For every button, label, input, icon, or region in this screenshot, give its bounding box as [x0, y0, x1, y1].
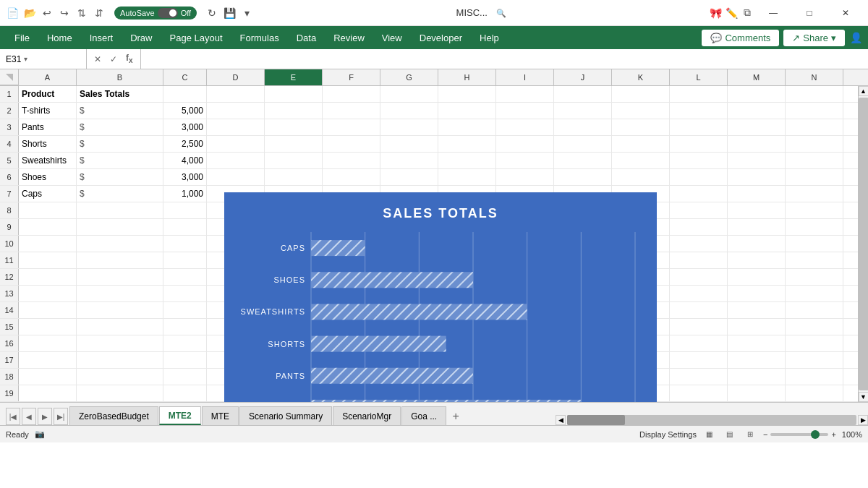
col-header-c[interactable]: C: [163, 69, 207, 85]
menu-draw[interactable]: Draw: [122, 30, 161, 46]
list-item[interactable]: [77, 352, 163, 368]
zoom-plus[interactable]: +: [831, 430, 835, 439]
row-number[interactable]: 9: [0, 219, 19, 235]
list-item[interactable]: [163, 202, 207, 218]
list-item[interactable]: [380, 103, 438, 119]
tab-zerobasedbudget[interactable]: ZeroBasedBudget: [69, 406, 158, 425]
col-header-b[interactable]: B: [77, 69, 163, 85]
list-item[interactable]: [786, 352, 843, 368]
list-item[interactable]: [77, 385, 163, 401]
list-item[interactable]: [265, 119, 323, 135]
embedded-chart[interactable]: SALES TOTALS$-$1,000$2,000$3,000$4,000$5…: [224, 192, 657, 402]
list-item[interactable]: [554, 119, 612, 135]
list-item[interactable]: $: [77, 103, 163, 119]
list-item[interactable]: [728, 136, 786, 152]
list-item[interactable]: [670, 119, 728, 135]
list-item[interactable]: Sweatshirts: [19, 153, 77, 168]
list-item[interactable]: [786, 169, 843, 185]
list-item[interactable]: [670, 352, 728, 368]
row-number[interactable]: 8: [0, 202, 19, 218]
list-item[interactable]: [612, 136, 670, 152]
row-number[interactable]: 18: [0, 369, 19, 385]
select-all-icon[interactable]: [6, 74, 13, 81]
list-item[interactable]: [670, 319, 728, 335]
list-item[interactable]: [728, 352, 786, 368]
list-item[interactable]: [786, 219, 843, 235]
row-number[interactable]: 10: [0, 236, 19, 252]
refresh-icon[interactable]: ↻: [205, 7, 218, 20]
ribbon-icon[interactable]: 🎀: [709, 7, 722, 20]
undo-button[interactable]: ↩: [41, 7, 54, 20]
row-number[interactable]: 19: [0, 385, 19, 401]
tab-mte2[interactable]: MTE2: [159, 406, 201, 425]
list-item[interactable]: $: [77, 119, 163, 135]
list-item[interactable]: [323, 86, 380, 102]
list-item[interactable]: $: [77, 186, 163, 202]
list-item[interactable]: [207, 103, 265, 119]
col-header-e[interactable]: E: [265, 69, 323, 85]
tab-scroll-right[interactable]: ▶: [858, 415, 868, 425]
list-item[interactable]: [728, 153, 786, 168]
view-normal-button[interactable]: ▦: [702, 429, 717, 440]
list-item[interactable]: [786, 335, 843, 351]
list-item[interactable]: [612, 103, 670, 119]
list-item[interactable]: [19, 286, 77, 301]
list-item[interactable]: [265, 153, 323, 168]
list-item[interactable]: [380, 136, 438, 152]
list-item[interactable]: [554, 103, 612, 119]
open-icon[interactable]: 📂: [23, 7, 36, 20]
list-item[interactable]: [612, 119, 670, 135]
view-page-button[interactable]: ▤: [723, 429, 737, 440]
h-scroll-thumb[interactable]: [567, 415, 625, 425]
list-item[interactable]: [728, 169, 786, 185]
list-item[interactable]: [207, 119, 265, 135]
cell-reference-box[interactable]: E31 ▾: [0, 49, 87, 69]
tab-scroll-left[interactable]: ◀: [556, 415, 566, 425]
list-item[interactable]: Shoes: [19, 169, 77, 185]
list-item[interactable]: [786, 236, 843, 252]
list-item[interactable]: $: [77, 153, 163, 168]
list-item[interactable]: [786, 119, 843, 135]
more-icon[interactable]: ▾: [240, 7, 253, 20]
list-item[interactable]: [77, 202, 163, 218]
list-item[interactable]: Caps: [19, 186, 77, 202]
list-item[interactable]: [163, 269, 207, 285]
list-item[interactable]: [786, 269, 843, 285]
col-header-a[interactable]: A: [19, 69, 77, 85]
list-item[interactable]: Sales Totals: [77, 86, 163, 102]
list-item[interactable]: [728, 385, 786, 401]
col-header-k[interactable]: K: [612, 69, 670, 85]
fx-function-icon[interactable]: fx: [123, 53, 136, 64]
list-item[interactable]: [265, 169, 323, 185]
list-item[interactable]: [163, 385, 207, 401]
list-item[interactable]: [380, 169, 438, 185]
row-number[interactable]: 14: [0, 302, 19, 318]
list-item[interactable]: [265, 136, 323, 152]
row-number[interactable]: 1: [0, 86, 19, 102]
list-item[interactable]: [554, 153, 612, 168]
menu-home[interactable]: Home: [38, 30, 81, 46]
row-number[interactable]: 11: [0, 252, 19, 268]
list-item[interactable]: [163, 319, 207, 335]
col-header-n[interactable]: N: [786, 69, 843, 85]
list-item[interactable]: [323, 103, 380, 119]
sort-asc-icon[interactable]: ⇅: [75, 7, 88, 20]
list-item[interactable]: Pants: [19, 119, 77, 135]
list-item[interactable]: [612, 86, 670, 102]
row-number[interactable]: 3: [0, 119, 19, 135]
list-item[interactable]: [19, 369, 77, 385]
list-item[interactable]: [19, 385, 77, 401]
list-item[interactable]: [670, 103, 728, 119]
save-button[interactable]: 💾: [223, 7, 236, 20]
list-item[interactable]: [19, 252, 77, 268]
list-item[interactable]: [77, 319, 163, 335]
tab-next-button[interactable]: ▶: [38, 408, 52, 425]
list-item[interactable]: [670, 385, 728, 401]
list-item[interactable]: [670, 219, 728, 235]
share-button[interactable]: ↗ Share ▾: [783, 30, 845, 46]
menu-developer[interactable]: Developer: [411, 30, 471, 46]
edit-icon[interactable]: ✏️: [725, 7, 738, 20]
row-number[interactable]: 12: [0, 269, 19, 285]
menu-insert[interactable]: Insert: [81, 30, 122, 46]
menu-file[interactable]: File: [6, 30, 38, 46]
